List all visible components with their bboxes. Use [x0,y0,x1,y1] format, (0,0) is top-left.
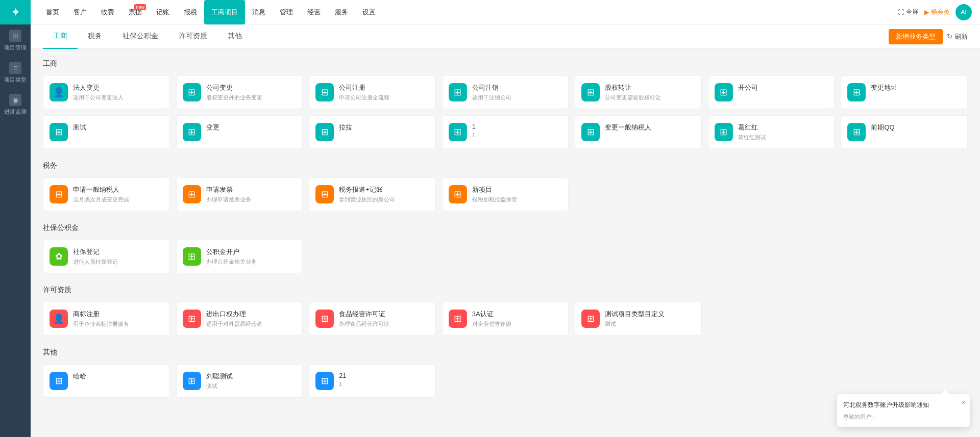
testxiangmu-desc: 测试 [605,320,695,328]
sub-tabs: 工商 税务 社保公积金 许可资质 其他 新增业务类型 ↻ 刷新 [31,24,980,49]
nav-operation[interactable]: 经营 [300,0,328,24]
guquanzhuanrang-desc: 公司变更需要股权转让 [605,94,695,101]
card-gongsibiangheng[interactable]: ⊞ 公司变更 股权变更外的业务变更 [176,75,303,109]
xinxiangmu-desc: 报税加税控盘保管 [472,196,562,203]
avatar[interactable]: AI [955,4,972,20]
sidebar-item-progress[interactable]: ◉ 进度监测 [0,89,31,121]
card-shenqing-fp[interactable]: ⊞ 申请发票 办理申请发票业务 [176,177,303,211]
notification-popup: × 河北税务数字账户升级影响通知 尊敬的用户： [837,394,970,427]
card-ceshi[interactable]: ⊞ 测试 [43,115,170,149]
sidebar-label-progress: 进度监测 [4,108,27,116]
testxiangmu-icon: ⊞ [581,310,600,328]
nav-billing[interactable]: 收费 [94,0,121,24]
card1-desc: 1 [472,132,562,138]
gongsizuxiao-desc: 适用于注销公司 [472,94,562,101]
gjjkaihu-title: 公积金开户 [206,247,297,256]
project-mgmt-icon: ⊞ [9,30,21,42]
card-liucong[interactable]: ⊞ 刘聪测试 测试 [176,364,303,398]
gehonghong-desc: 葛红红测试 [738,134,828,141]
card-shuiwu-baodao[interactable]: ⊞ 税务报道+记账 拿到营业执照的新公司 [309,177,436,211]
card-1[interactable]: ⊞ 1 1 [442,115,569,149]
nav-service[interactable]: 服务 [328,0,355,24]
nav-client[interactable]: 客户 [66,0,94,24]
card-guquanzhuanrang[interactable]: ⊞ 股权转让 公司变更需要股权转让 [575,75,702,109]
card-3a[interactable]: ⊞ 3A认证 对企业信誉评级 [442,302,569,336]
shuiwu-grid: ⊞ 申请一般纳税人 当月或次月成变更完成 ⊞ 申请发票 办理申请发票业务 ⊞ 税… [43,177,968,211]
shuiwubaodao-title: 税务报道+记账 [339,185,429,194]
qianqiqq-icon: ⊞ [847,123,866,141]
nav-settings[interactable]: 设置 [355,0,383,24]
biangengdizhi-icon: ⊞ [847,83,866,101]
card-shebao-dengji[interactable]: ✿ 社保登记 进行人员社保登记 [43,240,170,273]
card-gongsizhuce[interactable]: ⊞ 公司注册 申请公司注册全流程 [309,75,436,109]
tab-other[interactable]: 其他 [217,24,252,49]
bgnsr-title: 变更一般纳税人 [605,123,695,132]
nav-message[interactable]: 消息 [245,0,273,24]
shebaodengji-desc: 进行人员社保登记 [73,258,163,266]
tab-xuke[interactable]: 许可资质 [168,24,217,49]
card-21[interactable]: ⊞ 21 1 [309,364,436,398]
notif-close-button[interactable]: × [962,398,966,406]
card-biangeng[interactable]: ⊞ 变更 [176,115,303,149]
nav-business[interactable]: 工商项目 [204,0,245,24]
section-title-shebao: 社保公积金 [43,223,968,233]
shipinxuke-title: 食品经营许可证 [339,310,429,319]
sidebar-item-project-type[interactable]: ≡ 项目类型 [0,57,31,89]
tab-shebao[interactable]: 社保公积金 [112,24,168,49]
shebaodengji-icon: ✿ [50,247,68,266]
fullscreen-btn[interactable]: ⛶ 全屏 [898,8,918,16]
card-kaigongsi[interactable]: ⊞ 开公司 [708,75,835,109]
tab-shuiwu[interactable]: 税务 [78,24,112,49]
card-test-xiangmu[interactable]: ⊞ 测试项目类型目定义 测试 [575,302,702,336]
tab-gongshang[interactable]: 工商 [43,24,78,49]
nav-home[interactable]: 首页 [39,0,66,24]
gongsibiangheng-icon: ⊞ [183,83,201,101]
card-lala[interactable]: ⊞ 拉拉 [309,115,436,149]
card-gjj-kaihu[interactable]: ⊞ 公积金开户 办理公积金相关业务 [176,240,303,273]
biangeng-title: 变更 [206,123,297,132]
gjjkaihu-desc: 办理公积金相关业务 [206,258,297,266]
card-shipin-xuke[interactable]: ⊞ 食品经营许可证 办理食品经营许可证 [309,302,436,336]
sidebar-label-project-mgmt: 项目管理 [4,44,27,52]
card-biangeng-납세인[interactable]: ⊞ 变更一般纳税人 [575,115,702,149]
nav-bookkeeping[interactable]: 记账 [149,0,177,24]
card-jinchuchukou[interactable]: ⊞ 进出口权办理 适用于对外贸易经营者 [176,302,303,336]
card21-desc: 1 [339,381,429,387]
liucong-desc: 测试 [206,382,297,390]
sidebar: ✦ ⊞ 项目管理 ≡ 项目类型 ◉ 进度监测 [0,0,31,437]
nav-tax[interactable]: 报税 [177,0,204,24]
section-title-other: 其他 [43,348,968,357]
card-biangengdizhi[interactable]: ⊞ 变更地址 [841,75,968,109]
shangbiao-title: 商标注册 [73,310,163,319]
card-faziren[interactable]: 👤 法人变更 适用于公司变更法人 [43,75,170,109]
3a-desc: 对企业信誉评级 [472,320,562,328]
shipinxuke-icon: ⊞ [315,310,334,328]
new-badge: new [134,4,146,10]
gehonghong-icon: ⊞ [715,123,733,141]
refresh-button[interactable]: ↻ 刷新 [947,32,968,41]
card-qianqiqq[interactable]: ⊞ 前期QQ [841,115,968,149]
sidebar-label-project-type: 项目类型 [4,76,27,84]
card-shangbiao[interactable]: 👤 商标注册 用于企业商标注册服务 [43,302,170,336]
top-nav: 首页 客户 收费 票据 new 记账 报税 工商项目 消息 管理 经营 服务 设… [31,0,980,24]
faziren-title: 法人变更 [73,83,163,92]
card-gehonghong[interactable]: ⊞ 葛红红 葛红红测试 [708,115,835,149]
card-gongsizuxiao[interactable]: ⊞ 公司注销 适用于注销公司 [442,75,569,109]
shenqingnsr-title: 申请一般纳税人 [73,185,163,194]
nav-admin[interactable]: 管理 [273,0,300,24]
shangbiao-icon: 👤 [50,310,68,328]
card21-title: 21 [339,372,429,379]
add-type-button[interactable]: 新增业务类型 [889,29,943,44]
biangeng-icon: ⊞ [183,123,201,141]
shenqingfp-icon: ⊞ [183,185,201,203]
gongsizhuce-title: 公司注册 [339,83,429,92]
card-xin-xiangmu[interactable]: ⊞ 新项目 报税加税控盘保管 [442,177,569,211]
sidebar-logo[interactable]: ✦ [0,0,31,24]
gjjkaihu-icon: ⊞ [183,247,201,266]
vip-btn[interactable]: ▶ 畅会员 [924,8,949,16]
nav-invoice[interactable]: 票据 new [121,0,149,24]
sidebar-item-project-mgmt[interactable]: ⊞ 项目管理 [0,24,31,57]
section-title-gongshang: 工商 [43,59,968,68]
card-haha[interactable]: ⊞ 哈哈 [43,364,170,398]
card-shenqing-nsr[interactable]: ⊞ 申请一般纳税人 当月或次月成变更完成 [43,177,170,211]
